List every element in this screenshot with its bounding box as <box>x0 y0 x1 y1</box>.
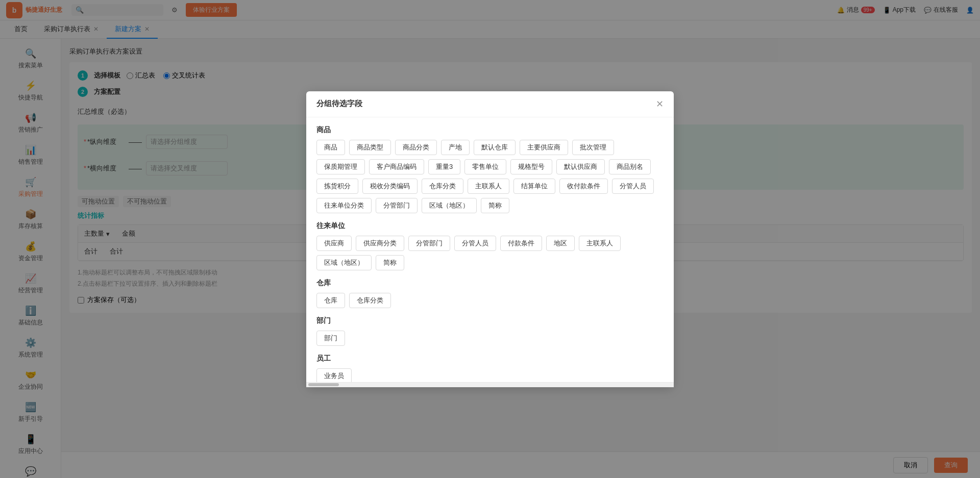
section-product-title: 商品 <box>316 125 664 135</box>
field-tag[interactable]: 商品类型 <box>349 140 391 155</box>
field-tag[interactable]: 产地 <box>441 140 470 155</box>
modal-close-button[interactable]: ✕ <box>656 98 664 110</box>
field-tag[interactable]: 批次管理 <box>572 140 614 155</box>
field-tag[interactable]: 收付款条件 <box>559 179 608 194</box>
field-tag[interactable]: 商品分类 <box>395 140 437 155</box>
modal-body: 商品 商品商品类型商品分类产地默认仓库主要供应商批次管理保质期管理客户商品编码重… <box>306 117 674 382</box>
modal-overlay: 分组待选字段 ✕ 商品 商品商品类型商品分类产地默认仓库主要供应商批次管理保质期… <box>0 0 980 478</box>
field-tag[interactable]: 零售单位 <box>464 159 506 174</box>
section-dept: 部门 部门 <box>316 316 664 346</box>
field-tag[interactable]: 商品 <box>316 140 345 155</box>
section-dept-title: 部门 <box>316 316 664 325</box>
modal-title: 分组待选字段 <box>316 99 362 109</box>
field-tag[interactable]: 区域（地区） <box>316 255 372 270</box>
field-tag[interactable]: 分管部门 <box>408 236 450 251</box>
field-tag[interactable]: 供应商分类 <box>356 236 404 251</box>
field-tag[interactable]: 仓库分类 <box>422 179 463 194</box>
field-tag[interactable]: 默认供应商 <box>556 159 605 174</box>
section-product: 商品 商品商品类型商品分类产地默认仓库主要供应商批次管理保质期管理客户商品编码重… <box>316 125 664 213</box>
field-tag[interactable]: 主联系人 <box>468 179 509 194</box>
field-select-modal: 分组待选字段 ✕ 商品 商品商品类型商品分类产地默认仓库主要供应商批次管理保质期… <box>306 91 674 387</box>
field-tag[interactable]: 付款条件 <box>500 236 542 251</box>
field-tag[interactable]: 默认仓库 <box>474 140 516 155</box>
field-tag[interactable]: 仓库分类 <box>349 293 391 308</box>
section-employee: 员工 业务员 <box>316 354 664 382</box>
section-warehouse-title: 仓库 <box>316 279 664 288</box>
field-tag[interactable]: 简称 <box>481 198 509 213</box>
field-tag[interactable]: 重量3 <box>428 159 460 174</box>
field-tag[interactable]: 业务员 <box>316 368 352 382</box>
field-tag[interactable]: 往来单位分类 <box>316 198 372 213</box>
field-tag[interactable]: 仓库 <box>316 293 345 308</box>
section-employee-title: 员工 <box>316 354 664 363</box>
field-tag[interactable]: 拣货积分 <box>316 179 358 194</box>
field-tag[interactable]: 规格型号 <box>510 159 552 174</box>
modal-hscroll[interactable] <box>306 382 674 387</box>
field-tag[interactable]: 地区 <box>546 236 575 251</box>
modal-header: 分组待选字段 ✕ <box>306 91 674 117</box>
field-tag[interactable]: 税收分类编码 <box>362 179 418 194</box>
field-tag[interactable]: 简称 <box>376 255 404 270</box>
section-employee-tags: 业务员 <box>316 368 664 382</box>
section-warehouse-tags: 仓库仓库分类 <box>316 293 664 308</box>
section-warehouse: 仓库 仓库仓库分类 <box>316 279 664 308</box>
section-partner-tags: 供应商供应商分类分管部门分管人员付款条件地区主联系人区域（地区）简称 <box>316 236 664 270</box>
field-tag[interactable]: 商品别名 <box>609 159 651 174</box>
field-tag[interactable]: 保质期管理 <box>316 159 365 174</box>
field-tag[interactable]: 分管人员 <box>612 179 654 194</box>
field-tag[interactable]: 区域（地区） <box>422 198 477 213</box>
field-tag[interactable]: 结算单位 <box>513 179 555 194</box>
field-tag[interactable]: 部门 <box>316 331 345 346</box>
field-tag[interactable]: 主要供应商 <box>520 140 568 155</box>
field-tag[interactable]: 分管人员 <box>454 236 496 251</box>
field-tag[interactable]: 主联系人 <box>579 236 621 251</box>
field-tag[interactable]: 分管部门 <box>376 198 418 213</box>
field-tag[interactable]: 供应商 <box>316 236 352 251</box>
field-tag[interactable]: 客户商品编码 <box>369 159 424 174</box>
section-partner-title: 往来单位 <box>316 221 664 231</box>
section-product-tags: 商品商品类型商品分类产地默认仓库主要供应商批次管理保质期管理客户商品编码重量3零… <box>316 140 664 213</box>
section-partner: 往来单位 供应商供应商分类分管部门分管人员付款条件地区主联系人区域（地区）简称 <box>316 221 664 270</box>
section-dept-tags: 部门 <box>316 331 664 346</box>
